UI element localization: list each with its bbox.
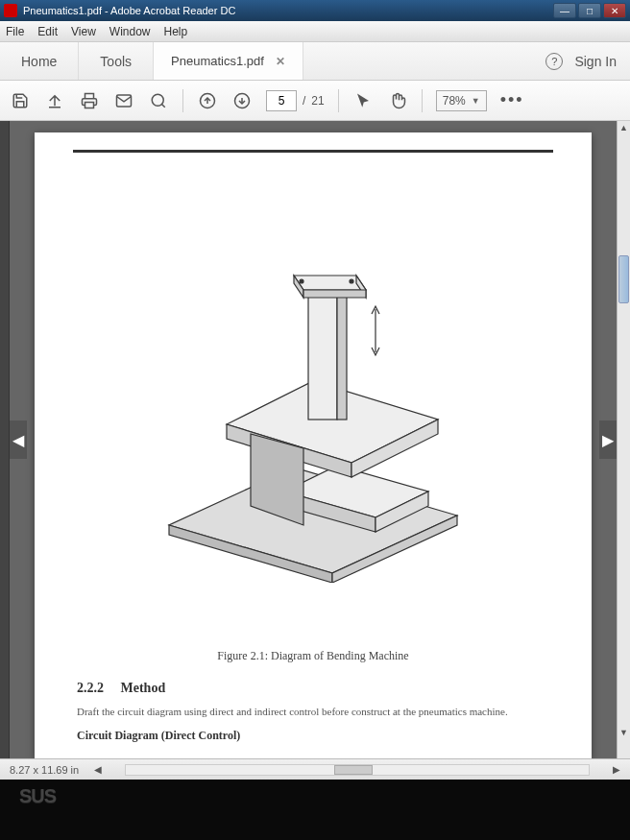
page-number-control: / 21 [266,90,325,111]
menubar: File Edit View Window Help [0,21,630,42]
minimize-button[interactable]: — [553,3,576,18]
scroll-thumb[interactable] [618,255,629,303]
section-title: Method [121,681,166,695]
sub-heading: Circuit Diagram (Direct Control) [77,729,549,743]
doc-tab-label: Pneumatics1.pdf [171,54,264,68]
chevron-down-icon: ▼ [472,96,480,106]
zoom-dropdown[interactable]: 78% ▼ [436,90,487,111]
tab-tools[interactable]: Tools [79,42,154,80]
search-icon[interactable] [148,90,169,111]
tab-document[interactable]: Pneumatics1.pdf ✕ [154,42,303,80]
upload-icon[interactable] [44,90,65,111]
prev-page-icon[interactable] [197,90,218,111]
print-icon[interactable] [79,90,100,111]
toolbar: / 21 78% ▼ ••• [0,81,630,121]
content-area: ◀ [0,121,630,758]
toolbar-separator [338,89,339,112]
hand-tool-icon[interactable] [387,90,408,111]
app-icon [4,4,17,17]
bending-machine-diagram [140,218,486,583]
current-page-input[interactable] [266,90,297,111]
svg-line-3 [161,104,164,107]
figure-area [35,153,592,649]
help-icon[interactable]: ? [545,53,563,70]
pdf-page: Figure 2.1: Diagram of Bending Machine 2… [35,132,592,758]
scroll-up-icon[interactable]: ▲ [618,121,630,134]
sign-in-link[interactable]: Sign In [574,54,617,69]
close-tab-icon[interactable]: ✕ [276,55,285,68]
h-scroll-left-icon[interactable]: ◀ [94,764,102,775]
menu-file[interactable]: File [6,25,24,38]
statusbar: 8.27 x 11.69 in ◀ ▶ [0,758,630,780]
page-dimensions: 8.27 x 11.69 in [10,764,79,776]
toolbar-separator [182,89,183,112]
svg-rect-7 [337,295,347,420]
email-icon[interactable] [113,90,134,111]
next-page-arrow[interactable]: ▶ [599,420,617,459]
svg-point-8 [300,279,303,283]
next-page-icon[interactable] [231,90,253,111]
close-button[interactable]: ✕ [603,3,626,18]
more-tools-icon[interactable]: ••• [500,90,524,110]
window-titlebar: Pneumatics1.pdf - Adobe Acrobat Reader D… [0,0,630,21]
paragraph: Draft the circuit diagram using direct a… [77,704,549,720]
svg-point-9 [350,279,353,283]
selection-tool-icon[interactable] [352,90,374,111]
laptop-bezel: SUS [0,780,630,840]
laptop-brand: SUS [19,785,56,807]
section-number: 2.2.2 [77,681,104,695]
upper-tab-row: Home Tools Pneumatics1.pdf ✕ ? Sign In [0,42,630,81]
nav-pane[interactable] [0,121,10,758]
horizontal-scrollbar[interactable] [125,764,590,776]
window-title: Pneumatics1.pdf - Adobe Acrobat Reader D… [23,5,235,16]
svg-rect-0 [85,102,94,108]
total-pages: 21 [311,94,324,108]
page-separator: / [303,94,305,108]
maximize-button[interactable]: □ [578,3,601,18]
menu-edit[interactable]: Edit [37,25,58,38]
save-icon[interactable] [10,90,31,111]
section-heading: 2.2.2 Method [77,681,549,696]
figure-caption: Figure 2.1: Diagram of Bending Machine [35,649,592,663]
toolbar-separator [422,89,423,112]
menu-help[interactable]: Help [164,25,188,38]
h-scroll-right-icon[interactable]: ▶ [613,764,620,775]
menu-view[interactable]: View [71,25,96,38]
scroll-down-icon[interactable]: ▼ [618,726,630,739]
menu-window[interactable]: Window [109,25,151,38]
page-view: Figure 2.1: Diagram of Bending Machine 2… [10,121,617,758]
svg-point-2 [152,94,163,106]
svg-rect-6 [308,295,337,420]
tab-home[interactable]: Home [0,42,79,80]
zoom-value: 78% [443,94,466,108]
vertical-scrollbar[interactable]: ▲ ▼ [617,121,630,758]
h-scroll-thumb[interactable] [334,765,373,775]
